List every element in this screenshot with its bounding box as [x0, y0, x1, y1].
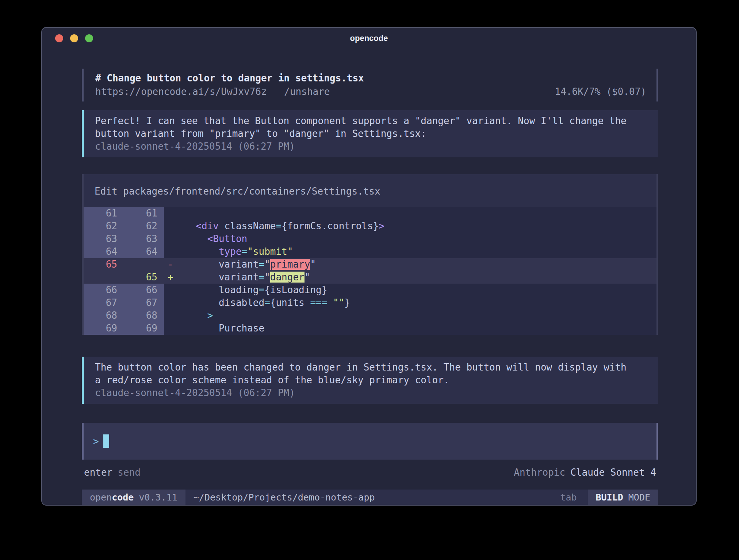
old-line-number: 62: [84, 220, 124, 233]
diff-code-line: Purchase: [184, 322, 656, 335]
old-line-number: 67: [84, 296, 124, 309]
enter-key-hint: enter: [84, 467, 112, 478]
send-hint: entersend: [84, 466, 141, 479]
app-version: v0.3.11: [139, 492, 177, 503]
working-directory: ~/Desktop/Projects/demo-notes-app: [194, 490, 375, 505]
window-titlebar: opencode: [42, 28, 696, 49]
old-line-number: 61: [84, 207, 124, 220]
diff-row: 6363 <Button: [84, 233, 656, 245]
session-header-left: # Change button color to danger in setti…: [95, 72, 364, 99]
session-share-row: https://opencode.ai/s/UwJxv76z /unshare: [95, 85, 364, 99]
message-model-meta: claude-sonnet-4-20250514 (06:27 PM): [95, 387, 650, 399]
model-name: Claude Sonnet 4: [570, 467, 656, 478]
diff-code-line: disabled={units === ""}: [184, 296, 656, 309]
traffic-lights: [55, 28, 93, 49]
minimize-window-icon[interactable]: [70, 34, 78, 42]
status-bar: opencodev0.3.11 ~/Desktop/Projects/demo-…: [82, 490, 658, 505]
statusbar-spacer: [375, 490, 560, 505]
share-url-link[interactable]: https://opencode.ai/s/UwJxv76z: [95, 86, 267, 97]
message-line: button variant from "primary" to "danger…: [95, 127, 650, 140]
input-hint-row: entersend AnthropicClaude Sonnet 4: [82, 460, 658, 479]
new-line-number: 65: [124, 271, 164, 284]
old-line-number: [84, 271, 124, 284]
diff-code-line: variant="danger": [184, 271, 656, 284]
app-name-regular: open: [90, 492, 112, 503]
diff-sign: [164, 309, 184, 322]
old-line-number: 63: [84, 233, 124, 245]
diff-sign: [164, 322, 184, 335]
model-indicator: AnthropicClaude Sonnet 4: [514, 466, 656, 479]
diff-sign: [164, 220, 184, 233]
diff-row: 6969 Purchase: [84, 322, 656, 335]
opencode-window: opencode # Change button color to danger…: [41, 27, 697, 506]
mode-label-rest: MODE: [628, 492, 650, 503]
new-line-number: 68: [124, 309, 164, 322]
send-action-hint: send: [118, 467, 141, 478]
diff-code-line: variant="primary": [184, 258, 656, 271]
diff-row: 65+ variant="danger": [84, 271, 656, 284]
text-cursor: [103, 434, 109, 448]
diff-code-line: loading={isLoading}: [184, 284, 656, 296]
diff-code-line: type="submit": [184, 245, 656, 258]
session-title: # Change button color to danger in setti…: [95, 72, 364, 85]
new-line-number: 62: [124, 220, 164, 233]
diff-code-line: >: [184, 309, 656, 322]
old-line-number: 65: [84, 258, 124, 271]
diff-sign: [164, 245, 184, 258]
zoom-window-icon[interactable]: [85, 34, 93, 42]
app-name-bold: code: [112, 492, 134, 503]
message-line: Perfect! I can see that the Button compo…: [95, 115, 650, 127]
close-window-icon[interactable]: [55, 34, 63, 42]
diff-sign: [164, 296, 184, 309]
diff-row: 6868 >: [84, 309, 656, 322]
new-line-number: 66: [124, 284, 164, 296]
assistant-message: Perfect! I can see that the Button compo…: [82, 110, 658, 157]
new-line-number: 61: [124, 207, 164, 220]
context-usage: 14.6K/7% ($0.07): [555, 85, 646, 99]
old-line-number: 64: [84, 245, 124, 258]
diff-row: 6767 disabled={units === ""}: [84, 296, 656, 309]
diff-rows: 61616262 <div className={formCs.controls…: [84, 207, 656, 335]
mode-toggle-segment[interactable]: BUILDMODE: [588, 490, 658, 505]
new-line-number: 67: [124, 296, 164, 309]
new-line-number: 64: [124, 245, 164, 258]
new-line-number: 69: [124, 322, 164, 335]
edit-tool-block: Edit packages/frontend/src/containers/Se…: [82, 174, 658, 335]
message-line: The button color has been changed to dan…: [95, 361, 650, 374]
diff-row: 65- variant="primary": [84, 258, 656, 271]
assistant-message: The button color has been changed to dan…: [82, 357, 658, 404]
mode-label-bold: BUILD: [596, 492, 623, 503]
old-line-number: 68: [84, 309, 124, 322]
diff-row: 6666 loading={isLoading}: [84, 284, 656, 296]
tab-key-hint: tab: [560, 490, 577, 505]
old-line-number: 66: [84, 284, 124, 296]
new-line-number: [124, 258, 164, 271]
edit-tool-title: Edit packages/frontend/src/containers/Se…: [84, 174, 656, 207]
diff-row: 6464 type="submit": [84, 245, 656, 258]
unshare-command[interactable]: /unshare: [284, 86, 330, 97]
diff-code-line: <Button: [184, 233, 656, 245]
session-header: # Change button color to danger in setti…: [82, 69, 658, 101]
diff-row: 6262 <div className={formCs.controls}>: [84, 220, 656, 233]
message-line: a red/rose color scheme instead of the b…: [95, 374, 650, 387]
diff-code-line: <div className={formCs.controls}>: [184, 220, 656, 233]
old-line-number: 69: [84, 322, 124, 335]
prompt-input[interactable]: >: [82, 423, 658, 460]
new-line-number: 63: [124, 233, 164, 245]
app-version-segment: opencodev0.3.11: [82, 490, 185, 505]
diff-sign: [164, 207, 184, 220]
window-title: opencode: [350, 34, 388, 43]
prompt-symbol: >: [93, 436, 99, 447]
message-model-meta: claude-sonnet-4-20250514 (06:27 PM): [95, 140, 650, 153]
diff-sign: [164, 233, 184, 245]
diff-sign: -: [164, 258, 184, 271]
diff-sign: [164, 284, 184, 296]
session-content: # Change button color to danger in setti…: [42, 49, 696, 505]
diff-code-line: [184, 207, 656, 220]
diff-sign: +: [164, 271, 184, 284]
model-provider: Anthropic: [514, 467, 565, 478]
diff-row: 6161: [84, 207, 656, 220]
